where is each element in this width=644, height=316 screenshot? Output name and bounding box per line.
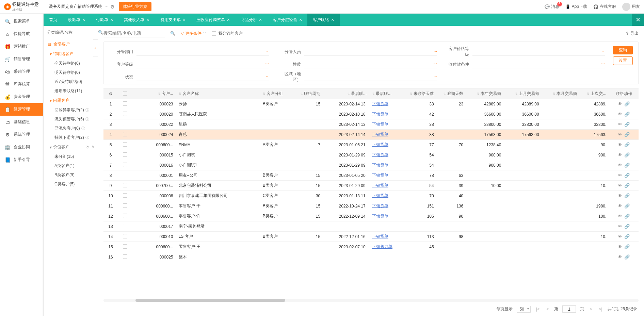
refresh-icon[interactable]: ↻ [86,145,90,150]
nav-item-11[interactable]: 📘新手引导 [0,153,43,166]
table-row[interactable]: 11000600...零售客户-于B类客户152022-10-24 17:下销货… [103,201,639,211]
nav-item-8[interactable]: 🗂基础信息 [0,116,43,128]
view-icon[interactable]: 👁 [618,112,622,117]
collapse-panel-button[interactable]: « [93,39,98,56]
tree-leaf[interactable]: 流失预警客户(5)ⓘ [48,115,98,124]
last-type-link[interactable]: 下销货单 [372,132,388,137]
first-page-button[interactable]: |< [535,307,541,312]
tab-5[interactable]: 应收应付调整单× [191,14,235,26]
close-icon[interactable]: × [110,17,113,22]
th-11[interactable]: ⇅本年交易额 [466,89,504,99]
view-icon[interactable]: 👁 [618,173,622,178]
nav-item-1[interactable]: ⌂快捷导航 [0,28,43,40]
prev-page-button[interactable]: < [545,307,550,312]
tree-leaf[interactable]: 已流失客户(0)ⓘ [48,124,98,133]
th-9[interactable]: ⇅未联络天数 [403,89,437,99]
tree-group-0[interactable]: ▾待联络客户 [48,49,98,59]
last-page-button[interactable]: >| [597,307,603,312]
tree-leaf[interactable]: 回购异常客户(2)ⓘ [48,105,98,115]
view-icon[interactable]: 👁 [618,163,622,168]
link-icon[interactable]: 🔗 [624,142,630,147]
link-icon[interactable]: 🔗 [624,254,630,260]
tab-4[interactable]: 费用支出单× [155,14,191,26]
link-icon[interactable]: 🔗 [624,193,630,198]
table-row[interactable]: 15000600...零售客户-王2023-02-07 10:下销售订单45👁🔗 [103,242,639,252]
link-icon[interactable]: 🔗 [624,244,630,249]
input-dept[interactable]: ﹀ [136,48,269,56]
view-icon[interactable]: 👁 [618,244,622,249]
settings-button[interactable]: 设置 [613,56,633,65]
row-checkbox[interactable] [123,224,127,228]
table-row[interactable]: 4000024肖总2023-02-14 14:下销货单3817563.00175… [103,130,639,140]
view-icon[interactable]: 👁 [618,193,622,198]
close-icon[interactable]: × [331,17,334,22]
table-row[interactable]: 3000022星扬2023-02-14 13:下销货单3833800.00338… [103,119,639,130]
input-person[interactable]: ⋯ [304,48,437,56]
more-conditions-toggle[interactable]: ▽ 更多条件 ﹀ [181,31,206,36]
th-5[interactable]: ⇅客户分组 [260,89,294,99]
th-10[interactable]: ⇅逾期天数 [437,89,466,99]
tree-leaf[interactable]: B类客户(9) [48,170,98,180]
link-icon[interactable]: 🔗 [624,112,630,117]
close-icon[interactable]: × [227,17,230,22]
table-row[interactable]: 6000015小白测试2023-01-29 09:下销货单54900.00900… [103,150,639,160]
table-row[interactable]: 5000600...ENMAA类客户72023-01-06 21:下销货单777… [103,140,639,150]
row-checkbox[interactable] [123,142,127,147]
help-icon[interactable]: ⓘ [85,117,89,122]
th-8[interactable]: ⇅最后联... [369,89,403,99]
last-type-link[interactable]: 下销货单 [372,203,388,208]
help-icon[interactable]: ⓘ [81,126,85,131]
link-icon[interactable]: 🔗 [624,183,630,188]
help-icon[interactable]: ⓘ [85,135,89,140]
input-nature[interactable]: ﹀ [304,60,437,68]
table-row[interactable]: 14000010LS 客户B类客户152022-12-01 16:下销货单113… [103,232,639,242]
th-14[interactable]: ⇅上次交... [580,89,609,99]
last-type-link[interactable]: 下销货单 [372,152,388,157]
last-type-link[interactable]: 下销货单 [372,193,388,198]
close-icon[interactable]: × [299,17,302,22]
last-type-link[interactable]: 下销货单 [372,163,388,167]
row-checkbox[interactable] [123,152,127,157]
nav-item-5[interactable]: 🏛库存核算 [0,78,43,90]
table-row[interactable]: 12000600...零售客户-许B类客户152022-12-09 14:下销货… [103,211,639,221]
input-region[interactable]: ⋯ [304,73,437,81]
main-search-input[interactable] [103,29,165,37]
row-checkbox[interactable] [123,112,127,116]
link-icon[interactable]: 🔗 [624,132,630,137]
row-checkbox[interactable] [123,234,127,238]
row-checkbox[interactable] [123,203,127,208]
th-3[interactable]: ⇅客户... [146,89,176,99]
scrollbar-thumb[interactable] [135,299,285,302]
nav-item-9[interactable]: ⚙系统管理 [0,128,43,141]
th-7[interactable]: ⇅最后联... [323,89,369,99]
tree-leaf[interactable]: C类客户(5) [48,180,98,189]
tab-1[interactable]: 收款单× [63,14,91,26]
view-icon[interactable]: 👁 [618,132,622,137]
view-icon[interactable]: 👁 [618,203,622,209]
tab-3[interactable]: 其他收入单× [118,14,155,26]
tree-group-2[interactable]: ▾价值客户↻✎ [48,142,98,152]
link-icon[interactable]: 🔗 [624,152,630,157]
edit-icon[interactable]: ✎ [92,145,95,150]
tree-root[interactable]: ▦ 全部客户 [48,39,98,49]
input-pay-term[interactable]: ﹀ [472,60,605,68]
app-download-link[interactable]: 📱 App下载 [565,4,587,10]
link-icon[interactable]: 🔗 [624,214,630,219]
link-icon[interactable]: 🔗 [624,173,630,178]
category-search-input[interactable] [47,30,98,35]
row-checkbox[interactable] [123,214,127,218]
tab-8[interactable]: 客户联络× [307,14,339,26]
th-0[interactable]: ⚙ [103,89,118,99]
table-row[interactable]: 1000023云扬B类客户152023-02-14 13:下销货单3823428… [103,99,639,109]
page-size-select[interactable]: 50 [517,306,531,313]
checkbox-all[interactable] [123,91,127,96]
tree-leaf[interactable]: 近7天待联络(0) [48,77,98,86]
view-icon[interactable]: 👁 [618,183,622,188]
tree-leaf[interactable]: 持续下滑客户(2)ⓘ [48,133,98,142]
messages-link[interactable]: 💬 消息 6 [545,4,559,10]
nav-item-6[interactable]: 💰资金管理 [0,90,43,103]
tab-0[interactable]: 首页 [44,14,63,26]
last-type-link[interactable]: 下销货单 [372,142,388,147]
tab-6[interactable]: 商品分析× [235,14,267,26]
row-checkbox[interactable] [123,101,127,106]
